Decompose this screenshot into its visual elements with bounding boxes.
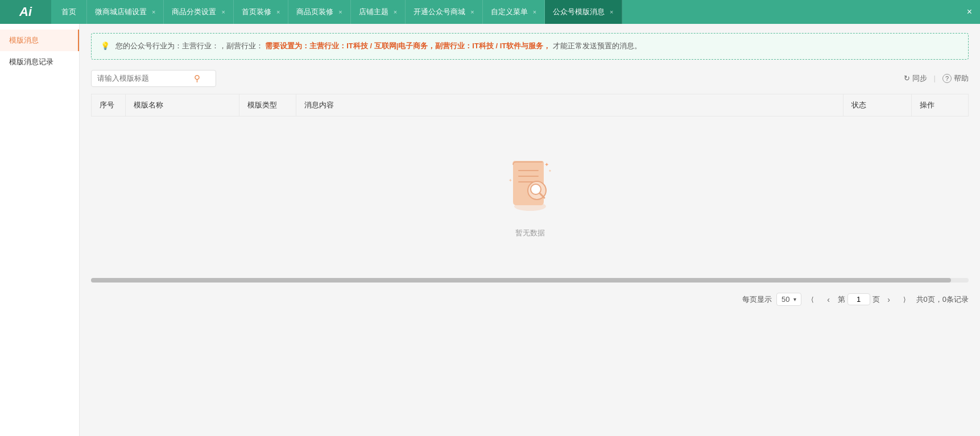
search-input[interactable]	[97, 74, 194, 82]
sync-label: 同步	[912, 73, 927, 84]
help-icon: ?	[942, 74, 952, 83]
search-input-wrap: ⚲	[91, 70, 216, 87]
scrollbar-thumb	[91, 278, 951, 283]
svg-text:✦: ✦	[544, 161, 549, 168]
notice-highlight: 需要设置为：主营行业：IT科技 / 互联网|电子商务，副营行业：IT科技 / I…	[265, 41, 551, 50]
page-label: 第	[838, 294, 845, 305]
tab-home[interactable]: 首页	[51, 0, 87, 24]
notice-suffix: 才能正常发送预置的消息。	[553, 41, 642, 50]
sidebar-template-msg[interactable]: 模版消息	[0, 30, 79, 51]
tab-template-msg-close[interactable]: ×	[610, 9, 613, 15]
main-layout: 模版消息模版消息记录 💡 您的公众号行业为：主营行业：，副营行业： 需要设置为：…	[0, 24, 980, 436]
top-nav: Ai 首页 微商城店铺设置×商品分类设置×首页装修×商品页装修×店铺主题×开通公…	[0, 0, 980, 24]
tab-shop-settings-close[interactable]: ×	[152, 9, 155, 15]
page-number-input[interactable]	[847, 293, 870, 305]
tab-product-page-decor-close[interactable]: ×	[338, 9, 342, 15]
col-status: 状态	[843, 94, 912, 116]
logo: Ai	[0, 0, 51, 24]
page-nav: ⟨ ‹ 第 页 › ⟩	[806, 293, 912, 306]
tab-template-msg[interactable]: 公众号模版消息×	[545, 0, 622, 24]
notice-icon: 💡	[101, 41, 110, 50]
notice-prefix: 您的公众号行业为：主营行业：，副营行业：	[115, 41, 263, 50]
tab-home-decor-close[interactable]: ×	[276, 9, 280, 15]
col-index: 序号	[92, 94, 126, 116]
page-suffix: 页	[873, 294, 880, 305]
tab-home-decor[interactable]: 首页装修×	[234, 0, 288, 24]
toolbar-right: ↻ 同步 | ? 帮助	[904, 73, 969, 84]
tab-shop-theme-close[interactable]: ×	[394, 9, 397, 15]
tab-product-page-decor[interactable]: 商品页装修×	[288, 0, 350, 24]
tab-product-category[interactable]: 商品分类设置×	[164, 0, 233, 24]
tab-custom-menu[interactable]: 自定义菜单×	[483, 0, 545, 24]
search-button[interactable]: ⚲	[194, 73, 200, 84]
table-header-row: 序号 模版名称 模版类型 消息内容 状态 操作	[92, 94, 969, 116]
col-name: 模版名称	[126, 94, 239, 116]
data-table: 序号 模版名称 模版类型 消息内容 状态 操作	[91, 94, 969, 117]
empty-icon: ✦ ✦ ✦	[496, 151, 564, 219]
svg-text:✦: ✦	[548, 169, 552, 173]
empty-state: ✦ ✦ ✦ 暂无数据	[91, 117, 969, 272]
total-info: 共0页，0条记录	[916, 294, 969, 305]
col-type: 模版类型	[239, 94, 296, 116]
per-page-value: 50	[781, 295, 789, 304]
last-page-button[interactable]: ⟩	[898, 293, 912, 306]
sync-button[interactable]: ↻ 同步	[904, 73, 927, 84]
pagination: 每页显示 50 ▾ ⟨ ‹ 第 页 › ⟩ 共0页，0条记录	[91, 288, 969, 311]
scrollbar-area[interactable]	[91, 278, 969, 283]
tab-open-mall-close[interactable]: ×	[470, 9, 474, 15]
logo-text: Ai	[19, 5, 32, 19]
sync-icon: ↻	[904, 74, 910, 82]
tab-custom-menu-close[interactable]: ×	[533, 9, 536, 15]
svg-text:✦: ✦	[508, 178, 512, 183]
help-button[interactable]: ? 帮助	[942, 73, 969, 84]
notice-box: 💡 您的公众号行业为：主营行业：，副营行业： 需要设置为：主营行业：IT科技 /…	[91, 33, 969, 60]
per-page-dropdown-icon: ▾	[793, 296, 796, 302]
next-page-button[interactable]: ›	[882, 293, 896, 306]
tab-product-category-close[interactable]: ×	[221, 9, 225, 15]
first-page-button[interactable]: ⟨	[806, 293, 820, 306]
tab-shop-settings[interactable]: 微商城店铺设置×	[87, 0, 164, 24]
col-action: 操作	[912, 94, 969, 116]
content-area: 💡 您的公众号行业为：主营行业：，副营行业： 需要设置为：主营行业：IT科技 /…	[80, 24, 980, 436]
close-all-button[interactable]: ×	[959, 7, 980, 17]
empty-text: 暂无数据	[515, 228, 545, 238]
per-page-label: 每页显示	[742, 294, 772, 305]
col-content: 消息内容	[296, 94, 843, 116]
sidebar-template-record[interactable]: 模版消息记录	[0, 51, 79, 73]
nav-tabs: 首页 微商城店铺设置×商品分类设置×首页装修×商品页装修×店铺主题×开通公众号商…	[51, 0, 959, 24]
tab-open-mall[interactable]: 开通公众号商城×	[406, 0, 482, 24]
sidebar: 模版消息模版消息记录	[0, 24, 80, 436]
help-label: 帮助	[954, 73, 969, 84]
prev-page-button[interactable]: ‹	[822, 293, 836, 306]
search-bar: ⚲ ↻ 同步 | ? 帮助	[91, 70, 969, 87]
per-page-select[interactable]: 50 ▾	[776, 293, 801, 306]
tab-shop-theme[interactable]: 店铺主题×	[351, 0, 406, 24]
toolbar-divider: |	[934, 74, 936, 82]
